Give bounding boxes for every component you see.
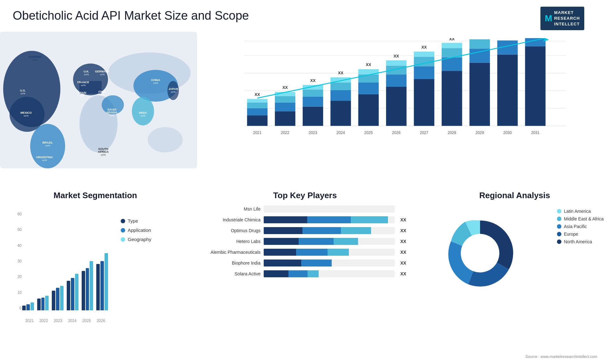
regional-pie [436, 209, 531, 304]
player-name-industriale: Industriale Chimica [200, 217, 261, 222]
regional-chart-row: Latin America Middle East & Africa Asia … [426, 206, 604, 307]
svg-text:xx%: xx% [20, 92, 25, 95]
seg-bar-type [22, 306, 26, 311]
seg-bar-app [71, 278, 74, 310]
seg-bar-2023 [52, 212, 64, 310]
svg-text:XX: XX [366, 62, 371, 67]
legend-dot-latin-america [557, 209, 561, 213]
svg-rect-70 [330, 90, 351, 101]
svg-text:xx%: xx% [45, 144, 50, 147]
svg-text:JAPAN: JAPAN [168, 87, 178, 91]
bar-seg1 [264, 260, 301, 266]
svg-rect-84 [386, 60, 406, 66]
svg-text:SPAIN: SPAIN [78, 91, 86, 94]
svg-text:xx%: xx% [84, 73, 89, 76]
svg-text:ITALY: ITALY [98, 90, 106, 93]
x-label-2024: 2024 [68, 319, 77, 323]
bar-seg1 [264, 249, 296, 256]
player-xx-alembic: XX [400, 250, 410, 255]
growth-chart-svg: XX 2021 XX 2022 XX 2023 XX 2024 [222, 38, 588, 149]
seg-bar-2021 [22, 212, 34, 310]
bar-seg2 [302, 227, 341, 234]
player-name-msn: Msn Life [200, 206, 261, 212]
seg-bar-app [100, 261, 104, 310]
svg-text:U.K.: U.K. [84, 70, 89, 73]
svg-text:XX: XX [394, 54, 399, 58]
x-label-2025: 2025 [82, 319, 91, 323]
player-bar-optimus [264, 227, 395, 234]
bar-seg2 [301, 260, 332, 266]
svg-text:xx%: xx% [101, 153, 105, 156]
legend-latin-america: Latin America [557, 209, 604, 214]
world-map: CANADA xx% U.S. xx% MEXICO xx% BRAZIL xx… [0, 32, 197, 168]
bar-seg3 [351, 216, 388, 223]
svg-rect-81 [386, 87, 406, 126]
svg-text:2029: 2029 [476, 131, 484, 135]
svg-text:xx%: xx% [153, 82, 158, 84]
player-name-biophore: Biophore India [200, 260, 261, 266]
svg-text:ARGENTINA: ARGENTINA [36, 156, 53, 159]
player-xx-industriale: XX [400, 217, 410, 222]
seg-bar-2026 [96, 212, 108, 310]
seg-bar-app [86, 268, 89, 310]
svg-rect-71 [330, 83, 351, 90]
legend-label-north-america: North America [564, 239, 592, 244]
svg-rect-57 [275, 111, 295, 126]
logo-letter: M [545, 12, 552, 24]
seg-legend-application: Application [121, 227, 151, 233]
seg-legend-type: Type [121, 218, 151, 224]
svg-text:BRAZIL: BRAZIL [43, 141, 53, 144]
svg-text:MEXICO: MEXICO [20, 111, 32, 114]
svg-rect-87 [414, 79, 434, 126]
svg-text:ARABIA: ARABIA [106, 111, 118, 114]
player-bar-fill-optimus [264, 227, 371, 234]
seg-bar-area: 60 50 40 30 20 10 0 [10, 209, 111, 323]
segmentation-chart: 60 50 40 30 20 10 0 [6, 206, 184, 326]
svg-text:GERMANY: GERMANY [95, 70, 110, 73]
seg-bar-geo [30, 302, 34, 310]
svg-rect-99 [470, 63, 490, 126]
svg-text:2023: 2023 [309, 131, 317, 135]
svg-rect-109 [525, 38, 546, 46]
legend-label-middle-east: Middle East & Africa [564, 216, 604, 221]
segmentation-title: Market Segmentation [6, 191, 184, 200]
svg-rect-88 [414, 66, 434, 79]
y-label-50: 50 [17, 227, 22, 232]
svg-text:2030: 2030 [503, 131, 512, 135]
player-name-optimus: Optimus Drugs [200, 228, 261, 233]
legend-label-type: Type [128, 218, 138, 224]
svg-rect-104 [497, 55, 518, 126]
svg-text:CHINA: CHINA [151, 78, 160, 82]
legend-dot-asia-pacific [557, 224, 561, 229]
svg-rect-90 [414, 51, 434, 57]
seg-y-labels: 60 50 40 30 20 10 0 [10, 212, 22, 310]
segmentation-section: Market Segmentation 60 50 40 30 20 10 0 [6, 191, 184, 356]
seg-legend: Type Application Geography [121, 218, 151, 242]
pie-legend: Latin America Middle East & Africa Asia … [557, 209, 604, 244]
bar-seg2 [299, 238, 334, 245]
player-xx-solara: XX [400, 271, 410, 276]
svg-text:2028: 2028 [448, 131, 456, 135]
key-players-section: Top Key Players Msn Life Industriale Chi… [194, 191, 416, 356]
players-list: Msn Life Industriale Chimica XX Optimus … [194, 206, 416, 277]
svg-point-12 [148, 127, 183, 152]
seg-bar-type [67, 281, 70, 310]
player-row-msn: Msn Life [200, 206, 410, 212]
player-bar-fill-alembic [264, 249, 349, 256]
seg-x-labels: 2021 2022 2023 2024 2025 2026 [22, 319, 108, 323]
player-row-optimus: Optimus Drugs XX [200, 227, 410, 234]
svg-text:2021: 2021 [253, 131, 262, 135]
legend-label-application: Application [128, 227, 151, 233]
svg-text:AFRICA: AFRICA [98, 150, 109, 153]
player-bar-fill-biophore [264, 260, 332, 266]
player-name-hetero: Hetero Labs [200, 239, 261, 244]
svg-rect-64 [303, 97, 323, 106]
seg-bar-geo [45, 296, 49, 311]
svg-rect-63 [303, 107, 323, 126]
legend-label-latin-america: Latin America [564, 209, 591, 214]
seg-bar-app [26, 304, 30, 310]
seg-bar-2025 [82, 212, 93, 310]
svg-text:xx%: xx% [79, 94, 84, 97]
svg-text:xx%: xx% [42, 159, 47, 162]
seg-bar-type [96, 264, 100, 310]
